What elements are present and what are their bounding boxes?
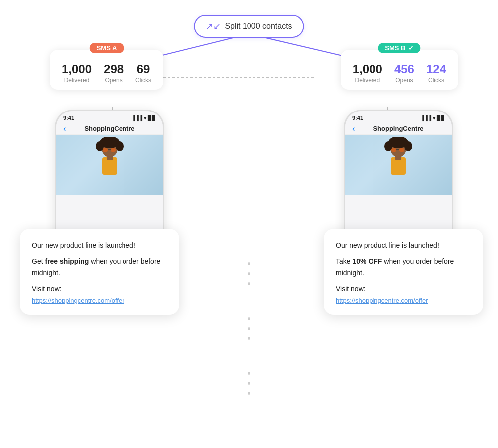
svg-point-13 xyxy=(248,382,250,385)
svg-point-26 xyxy=(384,141,392,151)
phone-b-title: ShoppingCentre xyxy=(373,125,423,132)
phone-a-back-icon: ‹ xyxy=(63,124,66,133)
phone-a-signal: ▐▐▐ ▾ ▊▊ xyxy=(132,115,156,121)
stat-opens-a: 298 Opens xyxy=(104,63,124,84)
svg-rect-32 xyxy=(395,156,401,160)
svg-rect-28 xyxy=(391,148,396,152)
message-a-link[interactable]: https://shoppingcentre.com/offer xyxy=(32,297,124,304)
woman-svg-a xyxy=(90,137,129,192)
phone-b-signal: ▐▐▐ ▾ ▊▊ xyxy=(421,115,445,121)
phone-a-status-bar: 9:41 ▐▐▐ ▾ ▊▊ xyxy=(56,111,163,123)
stat-label-opens-b: Opens xyxy=(395,77,413,84)
stat-value-opens-b: 456 xyxy=(394,63,414,76)
svg-rect-19 xyxy=(103,148,108,152)
svg-rect-20 xyxy=(111,148,116,152)
message-a-line1: Our new product line is launched! xyxy=(32,240,167,251)
svg-rect-23 xyxy=(107,156,113,160)
message-bubble-a: Our new product line is launched! Get fr… xyxy=(20,229,179,315)
svg-point-9 xyxy=(248,317,250,320)
svg-point-27 xyxy=(404,141,412,151)
stat-label-delivered-a: Delivered xyxy=(64,77,90,84)
message-a-link-line: https://shoppingcentre.com/offer xyxy=(32,295,167,306)
svg-point-12 xyxy=(248,372,250,375)
message-a-line3: Visit now: xyxy=(32,283,167,294)
message-b-link-line: https://shoppingcentre.com/offer xyxy=(336,295,471,306)
check-icon: ✓ xyxy=(408,44,414,52)
stat-label-opens-a: Opens xyxy=(105,77,122,84)
message-a-line2: Get free shipping when you order before … xyxy=(32,256,167,278)
split-node: ↗↙ Split 1000 contacts xyxy=(194,15,304,38)
stat-label-clicks-a: Clicks xyxy=(135,77,151,84)
stat-clicks-a: 69 Clicks xyxy=(135,63,151,84)
svg-point-14 xyxy=(248,392,250,395)
stat-label-delivered-b: Delivered xyxy=(355,77,380,84)
stats-card-a: SMS A 1,000 Delivered 298 Opens 69 Click… xyxy=(50,50,163,90)
phone-a-header: ‹ ShoppingCentre xyxy=(56,123,163,135)
stat-label-clicks-b: Clicks xyxy=(428,77,444,84)
message-b-line2: Take 10% OFF when you order before midni… xyxy=(336,256,471,278)
phone-a-time: 9:41 xyxy=(63,115,74,121)
svg-point-11 xyxy=(248,337,250,340)
stat-value-clicks-a: 69 xyxy=(137,63,150,76)
badge-sms-b: SMS B ✓ xyxy=(378,43,420,53)
svg-point-10 xyxy=(248,327,250,330)
stat-value-delivered-b: 1,000 xyxy=(353,63,382,76)
stat-delivered-b: 1,000 Delivered xyxy=(353,63,382,84)
stat-value-delivered-a: 1,000 xyxy=(62,63,92,76)
phone-b-header: ‹ ShoppingCentre xyxy=(345,123,452,135)
svg-rect-29 xyxy=(399,148,404,152)
message-b-line1: Our new product line is launched! xyxy=(336,240,471,251)
svg-point-8 xyxy=(248,282,250,285)
svg-point-17 xyxy=(96,141,104,151)
message-b-link[interactable]: https://shoppingcentre.com/offer xyxy=(336,297,428,304)
stat-value-opens-a: 298 xyxy=(104,63,124,76)
message-bubble-b: Our new product line is launched! Take 1… xyxy=(324,229,483,315)
stats-card-b: SMS B ✓ 1,000 Delivered 456 Opens 124 Cl… xyxy=(341,50,458,90)
phone-a-title: ShoppingCentre xyxy=(84,125,134,132)
split-icon: ↗↙ xyxy=(206,21,221,32)
svg-point-6 xyxy=(248,262,250,265)
phone-b-time: 9:41 xyxy=(352,115,363,121)
phone-a-image xyxy=(56,135,163,195)
split-label: Split 1000 contacts xyxy=(225,22,292,31)
stat-opens-b: 456 Opens xyxy=(394,63,414,84)
phone-b-image xyxy=(345,135,452,195)
stat-delivered-a: 1,000 Delivered xyxy=(62,63,92,84)
main-scene: ↗↙ Split 1000 contacts SMS A 1,000 Deliv… xyxy=(0,0,498,448)
stat-clicks-b: 124 Clicks xyxy=(426,63,446,84)
phone-b-back-icon: ‹ xyxy=(352,124,355,133)
svg-point-18 xyxy=(116,141,124,151)
message-b-line3: Visit now: xyxy=(336,283,471,294)
svg-point-7 xyxy=(248,272,250,275)
badge-sms-a: SMS A xyxy=(90,43,124,53)
stats-row-b: 1,000 Delivered 456 Opens 124 Clicks xyxy=(353,63,446,84)
stat-value-clicks-b: 124 xyxy=(426,63,446,76)
phone-b-status-bar: 9:41 ▐▐▐ ▾ ▊▊ xyxy=(345,111,452,123)
stats-row-a: 1,000 Delivered 298 Opens 69 Clicks xyxy=(62,63,151,84)
woman-svg-b xyxy=(378,137,418,192)
